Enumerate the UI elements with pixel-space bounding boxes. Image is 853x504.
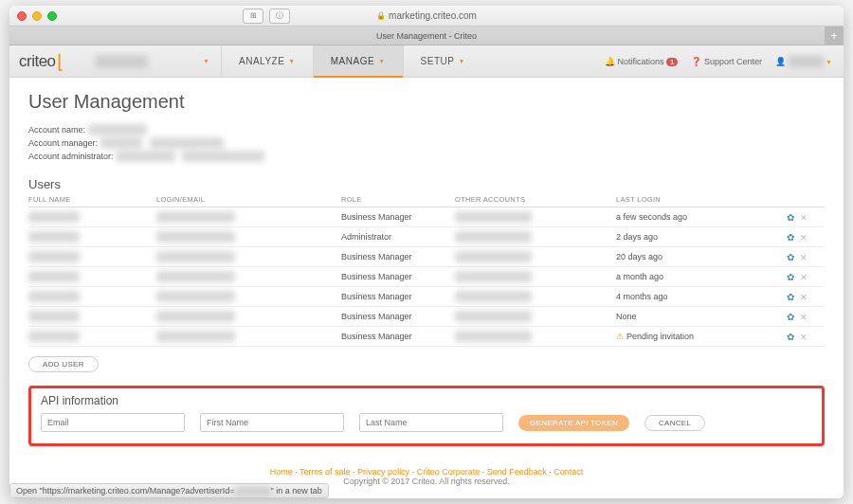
- api-last-name-input[interactable]: [359, 413, 503, 432]
- last-login-cell: None: [616, 312, 787, 321]
- page-content: User Management Account name: xxxxxxxxx …: [9, 78, 844, 498]
- lock-icon: 🔒: [376, 11, 386, 20]
- table-row: xxxxxx xxxxxxxxxxxxxxxxxxxxxBusiness Man…: [28, 247, 825, 267]
- last-login-cell: 20 days ago: [616, 252, 787, 261]
- support-center-link[interactable]: ❓ Support Center: [691, 57, 762, 66]
- remove-icon[interactable]: ✕: [800, 313, 808, 322]
- account-name-line: Account name: xxxxxxxxx xxx: [28, 124, 825, 135]
- col-other-accounts: OTHER ACCOUNTS: [455, 195, 616, 204]
- last-login-cell: 2 days ago: [616, 232, 787, 242]
- notifications-badge: 1: [666, 58, 678, 66]
- user-icon: 👤: [775, 57, 786, 66]
- generate-api-token-button[interactable]: GENERATE API TOKEN: [518, 415, 629, 431]
- remove-icon[interactable]: ✕: [800, 333, 808, 342]
- api-first-name-input[interactable]: [200, 413, 344, 432]
- users-heading: Users: [28, 177, 825, 191]
- sidebar-toggle-icon[interactable]: ⊞: [243, 9, 263, 24]
- last-login-cell: a few seconds ago: [616, 212, 787, 222]
- last-login-cell: ⚠Pending invitation: [616, 332, 787, 341]
- help-icon: ❓: [691, 57, 701, 66]
- account-manager-line: Account manager: xxxx xxxx xxxxxxxxxxxxx…: [28, 137, 825, 149]
- remove-icon[interactable]: ✕: [800, 213, 808, 223]
- address-url: marketing.criteo.com: [389, 10, 477, 21]
- footer-link[interactable]: Contact: [554, 467, 583, 477]
- top-nav-right: 🔔 Notifications 1 ❓ Support Center 👤 xx …: [605, 45, 844, 77]
- page-title: User Management: [28, 91, 825, 113]
- minimize-window-icon[interactable]: [32, 11, 42, 21]
- gear-icon[interactable]: ✿: [787, 232, 794, 243]
- window-titlebar: ⊞ ⓘ 🔒 marketing.criteo.com: [9, 6, 844, 27]
- api-info-heading: API information: [41, 394, 812, 407]
- col-login-email: LOGIN/EMAIL: [156, 195, 341, 204]
- chevron-down-icon: ▼: [458, 58, 464, 64]
- col-role: ROLE: [341, 195, 455, 204]
- chevron-down-icon: ▼: [826, 59, 832, 65]
- table-row: xxxxxx xxxxxxxxxxxxxxxxxxxxxBusiness Man…: [28, 207, 825, 227]
- cancel-button[interactable]: CANCEL: [644, 415, 705, 431]
- gear-icon[interactable]: ✿: [787, 272, 794, 282]
- remove-icon[interactable]: ✕: [800, 273, 808, 282]
- footer-link[interactable]: Send Feedback: [487, 467, 547, 477]
- browser-window: ⊞ ⓘ 🔒 marketing.criteo.com User Manageme…: [9, 6, 844, 498]
- remove-icon[interactable]: ✕: [800, 233, 808, 243]
- nav-setup[interactable]: SETUP▼: [403, 45, 482, 77]
- role-cell: Business Manager: [341, 332, 455, 341]
- account-admin-line: Account administrator: xxxxxx xxxxxx xxx…: [28, 151, 825, 162]
- warning-icon: ⚠: [616, 332, 624, 341]
- criteo-logo[interactable]: criteo⌊: [9, 45, 83, 77]
- chevron-down-icon: ▼: [288, 58, 295, 64]
- table-row: xxxxxx xxxxxxxxxxxxxxxxxxxxxBusiness Man…: [28, 327, 825, 347]
- footer-links: Home · Terms of sale · Privacy policy · …: [28, 467, 825, 477]
- role-cell: Administrator: [341, 232, 455, 242]
- address-bar[interactable]: 🔒 marketing.criteo.com: [376, 10, 477, 21]
- close-window-icon[interactable]: [17, 11, 27, 21]
- user-menu[interactable]: 👤 xx ▼: [775, 57, 832, 66]
- top-nav: criteo⌊ xxxxxxxxx ▼ ANALYZE▼MANAGE▼SETUP…: [9, 45, 844, 78]
- add-user-button[interactable]: ADD USER: [28, 356, 99, 372]
- bell-icon: 🔔: [605, 57, 615, 66]
- last-login-cell: 4 months ago: [616, 292, 787, 301]
- gear-icon[interactable]: ✿: [787, 292, 794, 302]
- gear-icon[interactable]: ✿: [787, 252, 794, 262]
- role-cell: Business Manager: [341, 212, 455, 222]
- api-email-input[interactable]: [41, 413, 185, 432]
- api-information-panel: API information GENERATE API TOKEN CANCE…: [28, 386, 825, 446]
- chevron-down-icon: ▼: [378, 58, 385, 64]
- table-row: xxxxxx xxxxxxxxxxxxxxxxxxxxxAdministrato…: [28, 227, 825, 247]
- nav-analyze[interactable]: ANALYZE▼: [221, 45, 313, 77]
- col-full-name: FULL NAME: [28, 195, 156, 204]
- new-tab-button[interactable]: +: [825, 27, 844, 45]
- gear-icon[interactable]: ✿: [787, 332, 794, 342]
- last-login-cell: a month ago: [616, 272, 787, 281]
- remove-icon[interactable]: ✕: [800, 293, 808, 302]
- footer-link[interactable]: Privacy policy: [357, 467, 409, 477]
- role-cell: Business Manager: [341, 312, 455, 321]
- footer-link[interactable]: Terms of sale: [299, 467, 351, 477]
- users-table-header: FULL NAME LOGIN/EMAIL ROLE OTHER ACCOUNT…: [28, 195, 825, 207]
- table-row: xxxxxx xxxxxxxxxxxxxxxxxxxxxBusiness Man…: [28, 267, 825, 287]
- table-row: xxxxxx xxxxxxxxxxxxxxxxxxxxxBusiness Man…: [28, 307, 825, 327]
- account-selector[interactable]: xxxxxxxxx ▼: [83, 45, 221, 77]
- browser-status-bar: Open "https://marketing.criteo.com/Manag…: [9, 483, 329, 498]
- role-cell: Business Manager: [341, 272, 455, 281]
- table-row: xxxxxx xxxxxxxxxxxxxxxxxxxxxBusiness Man…: [28, 287, 825, 307]
- browser-tab-bar: User Management - Criteo +: [9, 27, 844, 45]
- account-name-redacted: xxxxxxxxx: [95, 55, 148, 68]
- footer-link[interactable]: Home: [270, 467, 293, 477]
- maximize-window-icon[interactable]: [47, 11, 57, 21]
- gear-icon[interactable]: ✿: [787, 212, 794, 223]
- info-icon[interactable]: ⓘ: [269, 9, 290, 24]
- gear-icon[interactable]: ✿: [787, 312, 794, 322]
- notifications-link[interactable]: 🔔 Notifications 1: [605, 57, 679, 66]
- chevron-down-icon: ▼: [203, 58, 209, 64]
- toolbar-icons: ⊞ ⓘ: [243, 9, 290, 24]
- browser-tab-title[interactable]: User Management - Criteo: [376, 31, 477, 41]
- role-cell: Business Manager: [341, 292, 455, 301]
- nav-manage[interactable]: MANAGE▼: [313, 45, 403, 77]
- footer-link[interactable]: Criteo Corporate: [417, 467, 481, 477]
- user-name-redacted: xx: [789, 56, 824, 67]
- role-cell: Business Manager: [341, 252, 455, 261]
- remove-icon[interactable]: ✕: [800, 253, 808, 262]
- col-last-login: LAST LOGIN: [616, 195, 787, 204]
